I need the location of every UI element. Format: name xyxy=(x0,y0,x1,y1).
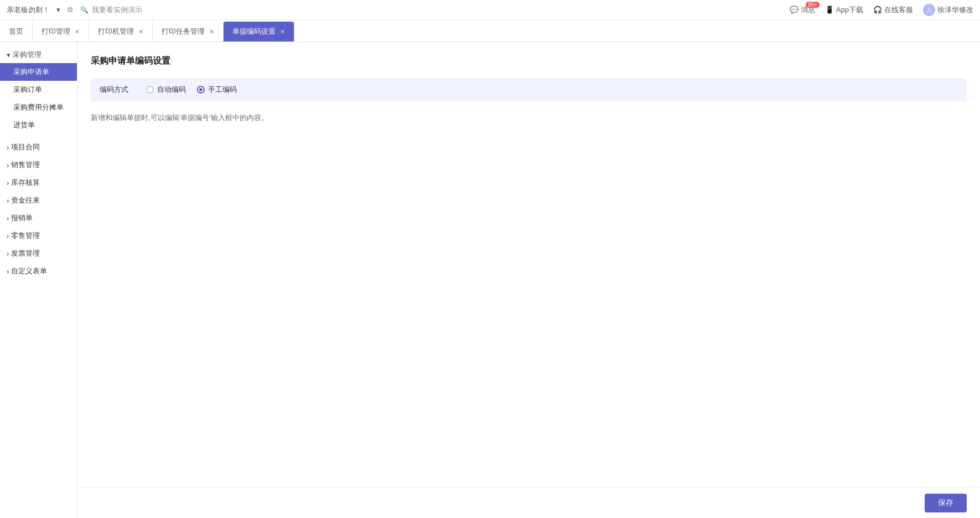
sidebar-item-project-contract[interactable]: › 项目合同 xyxy=(0,138,77,156)
online-service-button[interactable]: 🎧 在线客服 xyxy=(873,5,913,15)
title-dropdown[interactable]: ▾ xyxy=(56,6,60,14)
chevron-right-icon: › xyxy=(7,267,9,276)
search-icon: 🔍 xyxy=(80,6,89,14)
tab-doc-code-settings[interactable]: 单据编码设置 ✕ xyxy=(224,22,294,42)
close-tab-doc-code-settings[interactable]: ✕ xyxy=(280,28,285,35)
encode-radio-group: 自动编码 手工编码 xyxy=(146,85,237,95)
sidebar-item-inventory[interactable]: › 库存核算 xyxy=(0,174,77,191)
settings-icon[interactable]: ⚙ xyxy=(67,6,74,14)
sidebar-item-retail-label: 零售管理 xyxy=(11,231,40,241)
sidebar-item-purchase-order-label: 采购订单 xyxy=(13,85,42,94)
chevron-down-icon: ▾ xyxy=(56,6,60,14)
chevron-right-icon: › xyxy=(7,161,9,169)
chevron-down-icon: ▾ xyxy=(7,51,11,59)
sidebar-item-inbound[interactable]: 进货单 xyxy=(0,116,77,134)
auto-encode-radio[interactable] xyxy=(146,86,154,94)
sidebar-item-inventory-label: 库存核算 xyxy=(11,178,40,188)
page-title: 采购申请单编码设置 xyxy=(91,55,967,67)
online-service-label: 在线客服 xyxy=(884,5,913,15)
tab-printer-management[interactable]: 打印机管理 ✕ xyxy=(89,22,153,42)
chevron-right-icon: › xyxy=(7,196,9,205)
sidebar-item-purchase-order[interactable]: 采购订单 xyxy=(0,81,77,99)
sidebar-item-inbound-label: 进货单 xyxy=(13,121,35,129)
tab-printer-management-label: 打印机管理 xyxy=(98,27,134,37)
sidebar-item-retail[interactable]: › 零售管理 xyxy=(0,227,77,245)
sidebar-item-custom-form-label: 自定义表单 xyxy=(11,266,47,276)
sidebar-item-invoice-label: 发票管理 xyxy=(11,248,40,258)
sidebar-item-purchase-request[interactable]: 采购申请单 xyxy=(0,63,77,81)
app-download-label: App下载 xyxy=(836,5,863,15)
encode-method-section: 编码方式 自动编码 手工编码 xyxy=(91,78,967,101)
chevron-right-icon: › xyxy=(7,232,9,240)
search-bar[interactable]: 🔍 我要看实例演示 xyxy=(80,5,142,15)
auto-encode-option[interactable]: 自动编码 xyxy=(146,85,186,95)
footer: 保存 xyxy=(77,487,980,518)
tab-home-label: 首页 xyxy=(9,27,23,37)
tab-doc-code-settings-label: 单据编码设置 xyxy=(232,27,276,37)
save-button[interactable]: 保存 xyxy=(925,494,967,512)
sidebar-item-purchase-request-label: 采购申请单 xyxy=(13,68,49,76)
user-avatar-button[interactable]: 人 徐泽华修改 xyxy=(923,4,973,16)
chevron-right-icon: › xyxy=(7,143,9,152)
service-icon: 🎧 xyxy=(873,6,882,14)
sidebar-group-purchase-label: 采购管理 xyxy=(13,50,42,60)
tabs-bar: 首页 打印管理 ✕ 打印机管理 ✕ 打印任务管理 ✕ 单据编码设置 ✕ xyxy=(0,20,980,42)
sidebar-item-purchase-cost[interactable]: 采购费用分摊单 xyxy=(0,99,77,116)
close-tab-printer-management[interactable]: ✕ xyxy=(138,28,143,35)
encode-method-label: 编码方式 xyxy=(100,85,133,95)
sidebar-group-purchase: ▾ 采购管理 采购申请单 采购订单 采购费用分摊单 进货单 xyxy=(0,42,77,138)
sidebar: ▾ 采购管理 采购申请单 采购订单 采购费用分摊单 进货单 › 项目合同 › 销… xyxy=(0,42,77,518)
sidebar-item-expense-label: 报销单 xyxy=(11,213,33,223)
app-title: 亲老板勿剃！ xyxy=(7,5,50,15)
sidebar-group-purchase-header[interactable]: ▾ 采购管理 xyxy=(0,46,77,63)
manual-encode-option[interactable]: 手工编码 xyxy=(197,85,237,95)
tab-print-task-label: 打印任务管理 xyxy=(162,27,205,37)
main-layout: ▾ 采购管理 采购申请单 采购订单 采购费用分摊单 进货单 › 项目合同 › 销… xyxy=(0,42,980,518)
sidebar-item-invoice[interactable]: › 发票管理 xyxy=(0,245,77,262)
download-icon: 📱 xyxy=(825,6,834,14)
tab-print-management-label: 打印管理 xyxy=(42,27,70,37)
sidebar-item-capital[interactable]: › 资金往来 xyxy=(0,191,77,209)
manual-encode-label: 手工编码 xyxy=(208,85,237,95)
sidebar-item-project-contract-label: 项目合同 xyxy=(11,142,40,152)
message-button[interactable]: 💬 消息 99+ xyxy=(790,5,815,15)
sidebar-item-custom-form[interactable]: › 自定义表单 xyxy=(0,262,77,280)
sidebar-item-sales-management-label: 销售管理 xyxy=(11,160,40,170)
tab-home[interactable]: 首页 xyxy=(0,22,33,42)
top-bar-right: 💬 消息 99+ 📱 App下载 🎧 在线客服 人 徐泽华修改 xyxy=(790,4,973,16)
chevron-right-icon: › xyxy=(7,214,9,222)
info-text: 新增和编辑单据时,可以编辑'单据编号'输入框中的内容。 xyxy=(91,112,967,124)
sidebar-item-sales-management[interactable]: › 销售管理 xyxy=(0,156,77,174)
sidebar-item-capital-label: 资金往来 xyxy=(11,195,40,205)
manual-encode-radio[interactable] xyxy=(197,86,205,94)
close-tab-print-task[interactable]: ✕ xyxy=(209,28,214,35)
top-bar: 亲老板勿剃！ ▾ ⚙ 🔍 我要看实例演示 💬 消息 99+ 📱 App下载 🎧 … xyxy=(0,0,980,20)
message-icon: 💬 xyxy=(790,6,798,14)
avatar-icon: 人 xyxy=(923,4,935,16)
content-area: 采购申请单编码设置 编码方式 自动编码 手工编码 新增和编辑单据时,可以编辑'单… xyxy=(77,42,980,487)
tab-print-management[interactable]: 打印管理 ✕ xyxy=(33,22,89,42)
app-download-button[interactable]: 📱 App下载 xyxy=(825,5,863,15)
auto-encode-label: 自动编码 xyxy=(157,85,186,95)
chevron-right-icon: › xyxy=(7,179,9,187)
user-name: 徐泽华修改 xyxy=(937,5,973,15)
main-content: 采购申请单编码设置 编码方式 自动编码 手工编码 新增和编辑单据时,可以编辑'单… xyxy=(77,42,980,518)
sidebar-item-purchase-cost-label: 采购费用分摊单 xyxy=(13,103,64,111)
sidebar-item-expense[interactable]: › 报销单 xyxy=(0,209,77,227)
close-tab-print-management[interactable]: ✕ xyxy=(75,28,80,35)
message-badge: 99+ xyxy=(806,2,820,8)
tab-print-task[interactable]: 打印任务管理 ✕ xyxy=(153,22,224,42)
chevron-right-icon: › xyxy=(7,250,9,258)
top-bar-left: 亲老板勿剃！ ▾ ⚙ 🔍 我要看实例演示 xyxy=(7,5,142,15)
search-text[interactable]: 我要看实例演示 xyxy=(92,5,142,15)
